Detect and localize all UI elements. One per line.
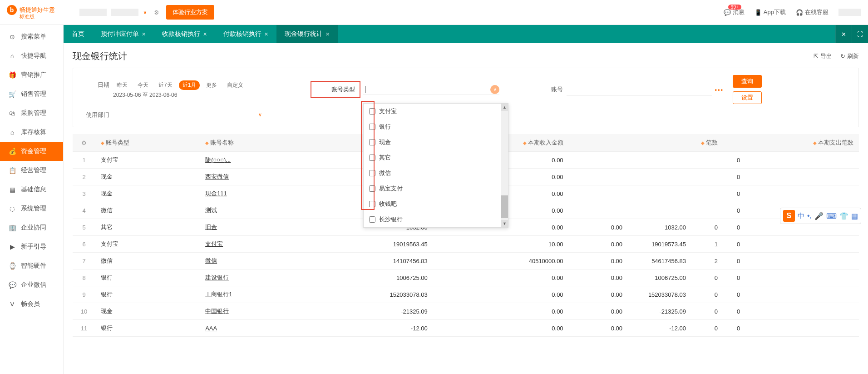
close-icon[interactable]: ✕ — [264, 31, 268, 37]
sidebar-item-9[interactable]: ◌系统管理 — [0, 199, 63, 218]
sidebar-item-12[interactable]: ⌚智能硬件 — [0, 256, 63, 275]
table-header-0[interactable]: ⚙ — [73, 134, 95, 152]
collapse-up-icon[interactable]: ∧ — [490, 85, 499, 94]
account-link[interactable]: 建设银行 — [205, 274, 229, 281]
dropdown-option-4[interactable]: 微信 — [364, 165, 508, 181]
sidebar-item-14[interactable]: V畅会员 — [0, 294, 63, 314]
dropdown-option-6[interactable]: 收钱吧 — [364, 196, 508, 212]
dropdown-option-2[interactable]: 现金 — [364, 135, 508, 150]
dropdown-option-1[interactable]: 银行 — [364, 119, 508, 135]
sidebar-item-10[interactable]: 🏢企业协同 — [0, 218, 63, 237]
dropdown-option-5[interactable]: 易宝支付 — [364, 181, 508, 196]
account-link[interactable]: 西安微信 — [205, 173, 229, 180]
date-option-5[interactable]: 自定义 — [223, 80, 247, 90]
org-selector[interactable]: ∨ — [79, 9, 147, 16]
close-icon[interactable]: ✕ — [326, 31, 330, 37]
account-link[interactable]: 测试 — [205, 207, 217, 214]
date-option-0[interactable]: 昨天 — [113, 80, 131, 90]
tab-close-all-button[interactable]: ✕ — [835, 25, 852, 43]
checkbox[interactable] — [369, 108, 375, 115]
ime-lang[interactable]: 中 — [798, 212, 804, 220]
account-link[interactable]: 微信 — [205, 257, 217, 264]
sidebar-item-2[interactable]: 🎁营销推广 — [0, 65, 63, 85]
table-header-1[interactable]: ◆账号类型 — [95, 134, 200, 152]
sidebar-item-11[interactable]: ▶新手引导 — [0, 237, 63, 256]
account-link[interactable]: 旧金 — [205, 224, 217, 230]
account-link[interactable]: 陡(○○○)... — [205, 156, 231, 163]
date-option-4[interactable]: 更多 — [202, 80, 221, 90]
settings-button[interactable]: 设置 — [733, 91, 762, 104]
table-header-8[interactable]: ◆本期支出笔数 — [723, 134, 859, 152]
ime-skin-icon[interactable]: 👕 — [839, 212, 848, 220]
account-type-dropdown: 支付宝银行现金其它微信易宝支付收钱吧长沙银行 ▲ ▼ — [363, 103, 508, 228]
dropdown-option-3[interactable]: 其它 — [364, 150, 508, 165]
table-header-6[interactable] — [628, 134, 691, 152]
app-download-link[interactable]: 📱 App下载 — [755, 8, 786, 16]
gear-icon[interactable]: ⚙ — [81, 140, 87, 146]
export-button[interactable]: ⇱导出 — [814, 52, 832, 60]
sidebar-item-6[interactable]: 💰资金管理 — [0, 142, 63, 161]
experience-button[interactable]: 体验行业方案 — [166, 5, 214, 20]
dropdown-option-7[interactable]: 长沙银行 — [364, 212, 508, 227]
refresh-button[interactable]: ↻刷新 — [840, 52, 859, 60]
checkbox[interactable] — [369, 124, 375, 130]
tab-3[interactable]: 付款核销执行✕ — [215, 25, 276, 43]
checkbox[interactable] — [369, 155, 375, 161]
sidebar-item-3[interactable]: 🛒销售管理 — [0, 85, 63, 104]
sidebar-item-7[interactable]: 📋经营管理 — [0, 161, 63, 180]
row-index: 3 — [73, 185, 95, 202]
account-link[interactable]: 中国银行 — [205, 308, 229, 314]
messages-link[interactable]: 💬 消息 99+ — [724, 8, 745, 16]
sidebar-item-8[interactable]: ▦基础信息 — [0, 180, 63, 199]
checkbox[interactable] — [369, 216, 375, 223]
tab-label: 付款核销执行 — [223, 30, 261, 38]
close-icon[interactable]: ✕ — [142, 31, 146, 37]
date-option-1[interactable]: 今天 — [134, 80, 152, 90]
ime-keyboard-icon[interactable]: ⌨ — [826, 212, 837, 220]
table-header-2[interactable]: ◆账号名称 — [200, 134, 304, 152]
sidebar-item-13[interactable]: 💬企业微信 — [0, 275, 63, 294]
account-type-filter[interactable]: 账号类型 — [311, 81, 360, 98]
account-input[interactable] — [567, 83, 712, 96]
dropdown-option-0[interactable]: 支付宝 — [364, 104, 508, 119]
query-button[interactable]: 查询 — [733, 75, 762, 88]
scroll-down-icon[interactable]: ▼ — [501, 220, 508, 227]
sidebar-item-5[interactable]: ⌂库存核算 — [0, 123, 63, 142]
user-placeholder[interactable] — [838, 9, 861, 16]
more-icon[interactable]: ••• — [715, 86, 724, 93]
chevron-down-icon[interactable]: ∨ — [258, 112, 262, 118]
scrollbar[interactable]: ▲ ▼ — [501, 104, 508, 227]
tab-4[interactable]: 现金银行统计✕ — [276, 25, 338, 43]
online-service-link[interactable]: 🎧 在线客服 — [796, 8, 829, 16]
table-header-5[interactable] — [569, 134, 628, 152]
dept-input[interactable] — [113, 110, 258, 120]
account-link[interactable]: AAA — [205, 325, 217, 332]
ime-mic-icon[interactable]: 🎤 — [814, 212, 824, 220]
sidebar-item-4[interactable]: 🛍采购管理 — [0, 104, 63, 123]
sidebar-item-1[interactable]: ⌂快捷导航 — [0, 46, 63, 65]
account-link[interactable]: 工商银行1 — [205, 291, 232, 298]
tab-1[interactable]: 预付冲应付单✕ — [93, 25, 154, 43]
checkbox[interactable] — [369, 201, 375, 207]
close-icon[interactable]: ✕ — [203, 31, 207, 37]
tab-2[interactable]: 收款核销执行✕ — [154, 25, 215, 43]
cell-c6: 0.00 — [569, 320, 628, 337]
ime-punct-icon[interactable]: •, — [807, 212, 812, 220]
ime-logo-icon[interactable]: S — [783, 210, 795, 222]
scroll-up-icon[interactable]: ▲ — [501, 104, 508, 111]
account-link[interactable]: 现金111 — [205, 190, 227, 197]
sidebar-item-0[interactable]: ⊙搜索菜单 — [0, 27, 63, 46]
date-option-3[interactable]: 近1月 — [179, 80, 200, 90]
checkbox[interactable] — [369, 139, 375, 145]
account-link[interactable]: 支付宝 — [205, 240, 223, 247]
gear-icon[interactable]: ⚙ — [154, 9, 159, 16]
date-option-2[interactable]: 近7天 — [155, 80, 176, 90]
ime-tool-icon[interactable]: ▦ — [851, 212, 858, 220]
cell-income: 0.00 — [433, 269, 569, 286]
checkbox[interactable] — [369, 170, 375, 176]
tab-0[interactable]: 首页 — [64, 25, 93, 43]
tab-expand-button[interactable]: ⛶ — [852, 25, 868, 43]
table-header-7[interactable]: ◆笔数 — [691, 134, 723, 152]
checkbox[interactable] — [369, 185, 375, 192]
dropdown-option-label: 现金 — [379, 138, 391, 146]
